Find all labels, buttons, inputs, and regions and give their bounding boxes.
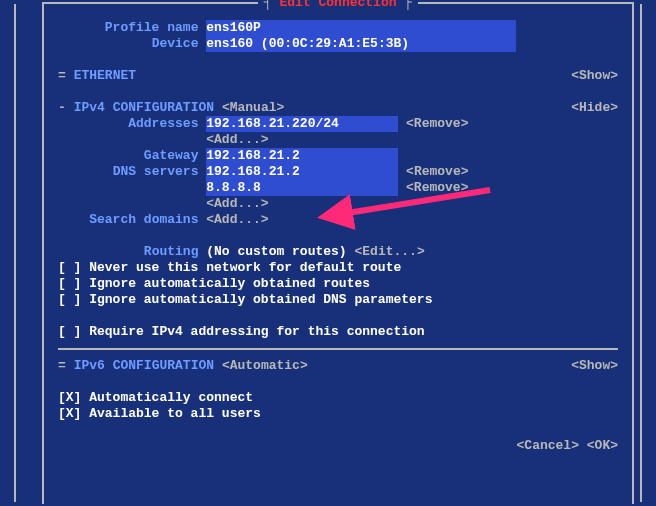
ipv4-header: IPv4 CONFIGURATION <box>74 100 214 116</box>
gateway-input[interactable]: 192.168.21.2 <box>206 148 398 164</box>
address-add-button[interactable]: <Add...> <box>206 132 268 148</box>
dns-0-remove-button[interactable]: <Remove> <box>406 164 468 180</box>
cancel-button[interactable]: <Cancel> <box>517 438 579 454</box>
addresses-label: Addresses <box>128 116 198 132</box>
dialog-title: Edit Connection <box>279 0 396 10</box>
routing-label: Routing <box>144 244 199 260</box>
ipv6-show-button[interactable]: <Show> <box>571 358 618 374</box>
separator <box>58 348 618 350</box>
profile-name-label: Profile name <box>105 20 199 36</box>
checkbox-auto-connect[interactable]: [X] Automatically connect <box>58 390 253 406</box>
checkbox-available-all[interactable]: [X] Available to all users <box>58 406 261 422</box>
device-label: Device <box>152 36 199 52</box>
dialog-panel: ┤ Edit Connection ├ Profile name ens160P… <box>42 2 634 504</box>
search-domains-label: Search domains <box>89 212 198 228</box>
dns-add-button[interactable]: <Add...> <box>206 196 268 212</box>
ethernet-section-marker: = <box>58 68 66 84</box>
checkbox-never-default[interactable]: [ ] Never use this network for default r… <box>58 260 401 276</box>
routing-value: (No custom routes) <box>206 244 346 260</box>
checkbox-require-ipv4[interactable]: [ ] Require IPv4 addressing for this con… <box>58 324 425 340</box>
ok-button[interactable]: <OK> <box>587 438 618 454</box>
dns-0-input[interactable]: 192.168.21.2 <box>206 164 398 180</box>
checkbox-ignore-dns[interactable]: [ ] Ignore automatically obtained DNS pa… <box>58 292 432 308</box>
dns-label: DNS servers <box>113 164 199 180</box>
routing-edit-button[interactable]: <Edit...> <box>355 244 425 260</box>
ipv6-header: IPv6 CONFIGURATION <box>74 358 214 374</box>
address-0-remove-button[interactable]: <Remove> <box>406 116 468 132</box>
ipv4-hide-button[interactable]: <Hide> <box>571 100 618 116</box>
search-domains-add-button[interactable]: <Add...> <box>206 212 268 228</box>
ipv6-mode-select[interactable]: <Automatic> <box>222 358 308 374</box>
dns-1-input[interactable]: 8.8.8.8 <box>206 180 398 196</box>
ethernet-show-button[interactable]: <Show> <box>571 68 618 84</box>
ipv4-section-marker: - <box>58 100 66 116</box>
ipv6-section-marker: = <box>58 358 66 374</box>
ipv4-mode-select[interactable]: <Manual> <box>222 100 284 116</box>
device-input[interactable]: ens160 (00:0C:29:A1:E5:3B) <box>206 36 516 52</box>
dns-1-remove-button[interactable]: <Remove> <box>406 180 468 196</box>
checkbox-ignore-routes[interactable]: [ ] Ignore automatically obtained routes <box>58 276 370 292</box>
address-0-input[interactable]: 192.168.21.220/24 <box>206 116 398 132</box>
ethernet-header: ETHERNET <box>74 68 136 84</box>
gateway-label: Gateway <box>144 148 199 164</box>
profile-name-input[interactable]: ens160P <box>206 20 516 36</box>
